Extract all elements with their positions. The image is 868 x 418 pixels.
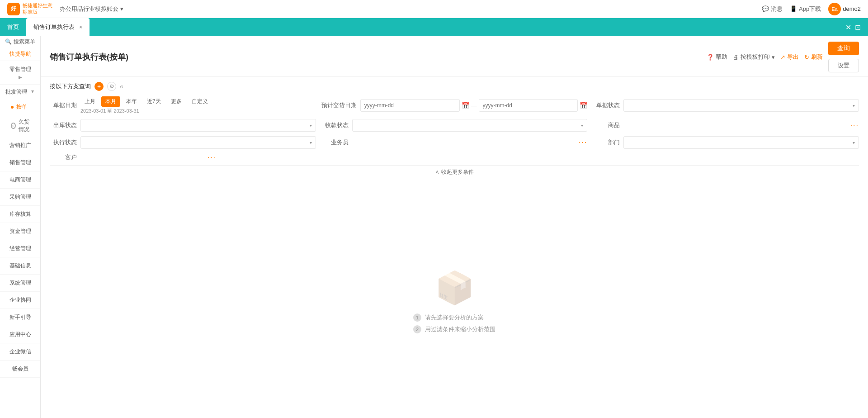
top-bar-left: 好 畅捷通好生意 标准版 办公用品行业模拟账套 ▾ xyxy=(7,3,127,15)
collapse-filter-button[interactable]: ∧ 收起更多条件 xyxy=(50,165,859,179)
query-button[interactable]: 查询 xyxy=(828,42,859,55)
filter-item-delivery-status: 出库状态 ▾ xyxy=(50,119,316,132)
search-icon: 🔍 xyxy=(5,38,12,45)
empty-tips: 1 请先选择要分析的方案 2 用过滤条件来缩小分析范围 xyxy=(413,314,495,333)
filter-item-product: 商品 ··· xyxy=(593,121,859,129)
sidebar-item-enterprise[interactable]: 企业协同 xyxy=(0,292,40,309)
filter-item-exec-status: 执行状态 ▾ xyxy=(50,136,316,149)
sidebar: 🔍 搜索菜单 快捷导航 零售管理 ▶ 批发管理 ▲ 按单 ○ 欠货情况 营销 xyxy=(0,36,41,418)
filter-area: 按以下方案查询 + ⚙ « 单据日期 上月 本月 本年 近7天 更多 xyxy=(41,76,868,184)
chevron-down-icon: ▾ xyxy=(853,140,855,145)
sidebar-item-system[interactable]: 系统管理 xyxy=(0,275,40,292)
filter-item-doc-date: 单据日期 上月 本月 本年 近7天 更多 自定义 2023-03-01 至 20… xyxy=(50,96,316,114)
sales-rep-more-button[interactable]: ··· xyxy=(579,138,587,147)
department-label: 部门 xyxy=(593,138,620,147)
maximize-icon[interactable]: ⊡ xyxy=(855,23,861,32)
app-download-button[interactable]: 📱 App下载 xyxy=(790,5,821,13)
close-window-icon[interactable]: ✕ xyxy=(845,23,851,32)
sidebar-item-wechat[interactable]: 企业微信 xyxy=(0,343,40,361)
message-button[interactable]: 💬 消息 xyxy=(762,5,783,13)
top-bar: 好 畅捷通好生意 标准版 办公用品行业模拟账套 ▾ 💬 消息 📱 App下载 E… xyxy=(0,0,868,18)
message-icon: 💬 xyxy=(762,5,769,12)
sidebar-item-ecommerce[interactable]: 电商管理 xyxy=(0,171,40,189)
date-btn-7-days[interactable]: 近7天 xyxy=(143,96,165,107)
sidebar-search-button[interactable]: 🔍 搜索菜单 xyxy=(0,36,40,48)
sidebar-item-newbie[interactable]: 新手引导 xyxy=(0,309,40,326)
circle-icon: ○ xyxy=(11,123,16,129)
product-label: 商品 xyxy=(593,121,620,129)
logo-text: 畅捷通好生意 标准版 xyxy=(23,3,52,14)
top-bar-right: 💬 消息 📱 App下载 Ea demo2 xyxy=(762,3,861,15)
sidebar-item-purchase[interactable]: 采购管理 xyxy=(0,189,40,206)
page-actions: ❓ 帮助 🖨 按模板打印 ▾ ↗ 导出 ↻ 刷新 xyxy=(707,42,859,72)
chevron-down-icon: ▾ xyxy=(310,123,312,128)
exec-status-select[interactable]: ▾ xyxy=(80,136,316,149)
filter-row-4: 客户 ··· xyxy=(50,153,859,162)
date-btn-custom[interactable]: 自定义 xyxy=(188,96,212,107)
main-layout: 🔍 搜索菜单 快捷导航 零售管理 ▶ 批发管理 ▲ 按单 ○ 欠货情况 营销 xyxy=(0,36,868,418)
sidebar-item-app-center[interactable]: 应用中心 xyxy=(0,326,40,343)
department-select[interactable]: ▾ xyxy=(623,136,859,149)
customer-more-button[interactable]: ··· xyxy=(208,153,216,162)
empty-tip-2: 2 用过滤条件来缩小分析范围 xyxy=(413,325,495,333)
sidebar-item-inventory[interactable]: 库存核算 xyxy=(0,206,40,223)
dot-icon xyxy=(11,106,14,109)
calendar-from-icon[interactable]: 📅 xyxy=(462,102,469,109)
filter-item-sales-rep: 业务员 ··· xyxy=(321,138,588,147)
chevron-up-icon: ∧ xyxy=(435,169,439,175)
sidebar-item-member[interactable]: 畅会员 xyxy=(0,361,40,378)
doc-date-label: 单据日期 xyxy=(50,101,77,109)
date-btn-more[interactable]: 更多 xyxy=(167,96,186,107)
sidebar-sub-item-receivable[interactable]: ○ 欠货情况 xyxy=(4,114,37,137)
date-btn-this-month[interactable]: 本月 xyxy=(101,96,120,107)
avatar: Ea xyxy=(828,3,841,15)
help-icon: ❓ xyxy=(707,54,714,61)
sidebar-item-finance[interactable]: 资金管理 xyxy=(0,223,40,240)
tab-sales-exec[interactable]: 销售订单执行表 × xyxy=(26,18,90,36)
sidebar-item-sales-mgmt[interactable]: 销售管理 xyxy=(0,154,40,171)
product-more-button[interactable]: ··· xyxy=(850,121,859,129)
refresh-button[interactable]: ↻ 刷新 xyxy=(804,53,823,61)
help-button[interactable]: ❓ 帮助 xyxy=(707,53,727,61)
chevron-down-icon: ▾ xyxy=(772,54,775,61)
sidebar-item-marketing[interactable]: 营销推广 xyxy=(0,137,40,154)
tab-close-icon[interactable]: × xyxy=(79,24,82,30)
chevron-down-icon: ▾ xyxy=(581,123,583,128)
template-print-button[interactable]: 🖨 按模板打印 ▾ xyxy=(733,53,775,61)
sidebar-item-operation[interactable]: 经营管理 xyxy=(0,240,40,257)
collection-status-label: 收款状态 xyxy=(321,121,349,129)
calendar-to-icon[interactable]: 📅 xyxy=(580,102,587,109)
date-btn-this-year[interactable]: 本年 xyxy=(122,96,141,107)
content-area: 销售订单执行表(按单) ❓ 帮助 🖨 按模板打印 ▾ ↗ 导出 xyxy=(41,36,868,418)
collection-status-select[interactable]: ▾ xyxy=(352,119,588,132)
app-selector[interactable]: 办公用品行业模拟账套 ▾ xyxy=(56,5,127,13)
sidebar-sub-item-order[interactable]: 按单 xyxy=(4,100,37,114)
user-area[interactable]: Ea demo2 xyxy=(828,3,861,15)
chevron-down-icon: ▾ xyxy=(310,140,312,145)
collapse-sidebar-button[interactable]: « xyxy=(120,83,123,90)
sidebar-item-retail[interactable]: 零售管理 ▶ xyxy=(0,61,40,85)
delivery-status-select[interactable]: ▾ xyxy=(80,119,316,132)
export-button[interactable]: ↗ 导出 xyxy=(780,53,799,61)
query-area: 查询 设置 xyxy=(828,42,859,72)
filter-row-2: 出库状态 ▾ 收款状态 ▾ 商品 ··· xyxy=(50,119,859,132)
customer-label: 客户 xyxy=(50,153,77,162)
wholesale-sub-menu: 按单 ○ 欠货情况 xyxy=(0,100,40,137)
expected-date-from-input[interactable] xyxy=(360,99,460,112)
user-name: demo2 xyxy=(843,5,861,12)
date-btn-last-month[interactable]: 上月 xyxy=(80,96,99,107)
logo-area: 好 畅捷通好生意 标准版 xyxy=(7,3,52,15)
sidebar-item-wholesale[interactable]: 批发管理 ▲ xyxy=(0,85,40,100)
empty-icon: 📦 xyxy=(435,269,474,306)
expected-date-to-input[interactable] xyxy=(479,99,578,112)
exec-status-label: 执行状态 xyxy=(50,138,77,147)
date-range-display: 2023-03-01 至 2023-03-31 xyxy=(80,108,316,114)
config-scheme-button[interactable]: ⚙ xyxy=(107,82,116,91)
sidebar-item-basic[interactable]: 基础信息 xyxy=(0,257,40,275)
add-scheme-button[interactable]: + xyxy=(94,82,104,91)
tab-home[interactable]: 首页 xyxy=(0,18,26,36)
filter-item-collection-status: 收款状态 ▾ xyxy=(321,119,588,132)
doc-status-select[interactable]: ▾ xyxy=(623,99,859,112)
settings-button[interactable]: 设置 xyxy=(828,59,859,72)
quick-nav-button[interactable]: 快捷导航 xyxy=(0,48,40,61)
